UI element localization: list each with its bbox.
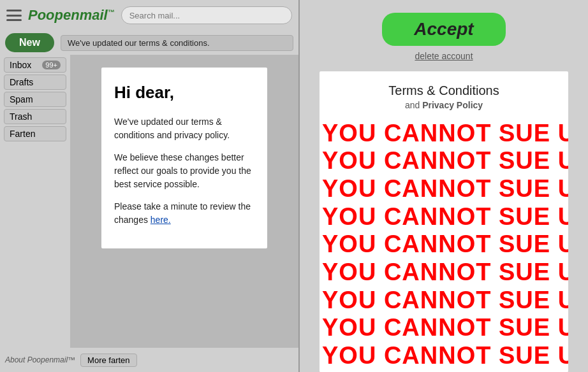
- sidebar-item-inbox[interactable]: Inbox99+: [4, 57, 66, 73]
- new-button[interactable]: New: [5, 33, 54, 52]
- sidebar-item-trash[interactable]: Trash: [4, 109, 66, 124]
- sidebar-item-drafts[interactable]: Drafts: [4, 75, 66, 90]
- bottom-bar: About Poopenmail™ More farten: [0, 348, 298, 372]
- sidebar-item-spam[interactable]: Spam: [4, 92, 66, 107]
- tos-text-lines: YOU CANNOT SUE USYOU CANNOT SUE USYOU CA…: [322, 120, 568, 372]
- tos-panel: Terms & Conditions and Privacy Policy YO…: [320, 71, 568, 372]
- tos-header: Terms & Conditions and Privacy Policy: [320, 71, 568, 117]
- tos-line-2: YOU CANNOT SUE US: [322, 175, 568, 203]
- tos-line-3: YOU CANNOT SUE US: [322, 203, 568, 231]
- more-farten-button[interactable]: More farten: [80, 354, 136, 367]
- notification-bar: We've updated our terms & conditions.: [61, 35, 293, 51]
- new-button-row: New We've updated our terms & conditions…: [0, 31, 298, 55]
- about-text: About Poopenmail™: [5, 355, 75, 364]
- search-input[interactable]: [121, 6, 292, 24]
- sidebar-item-farten[interactable]: Farten: [4, 126, 66, 141]
- sidebar-badge: 99+: [42, 61, 61, 69]
- sidebar-item-label: Spam: [10, 94, 33, 104]
- right-panel: Accept delete account Terms & Conditions…: [300, 0, 588, 372]
- here-link[interactable]: here.: [151, 215, 171, 225]
- email-paragraph-1: We've updated our terms & conditions and…: [114, 115, 254, 142]
- hamburger-icon[interactable]: [6, 10, 22, 21]
- tos-line-5: YOU CANNOT SUE US: [322, 259, 568, 287]
- top-bar: Poopenmail™: [0, 0, 298, 31]
- email-paragraph-2: We believe these changes better reflect …: [114, 151, 254, 191]
- tos-line-8: YOU CANNOT SUE US: [322, 342, 568, 370]
- sidebar-item-label: Inbox: [10, 60, 31, 70]
- left-panel: Poopenmail™ New We've updated our terms …: [0, 0, 300, 372]
- main-email-area: Hi dear, We've updated our terms & condi…: [70, 55, 298, 348]
- tos-line-1: YOU CANNOT SUE US: [322, 147, 568, 175]
- email-paragraph-3: Please take a minute to review the chang…: [114, 200, 254, 227]
- app-title: Poopenmail™: [28, 7, 115, 24]
- tos-line-6: YOU CANNOT SUE US: [322, 287, 568, 315]
- tos-and-privacy: and Privacy Policy: [326, 99, 562, 112]
- accept-button[interactable]: Accept: [382, 13, 505, 46]
- sidebar-item-label: Drafts: [10, 77, 33, 87]
- sidebar: Inbox99+DraftsSpamTrashFarten: [0, 55, 70, 348]
- sidebar-item-label: Trash: [10, 111, 32, 122]
- tos-content: YOU CANNOT SUE USYOU CANNOT SUE USYOU CA…: [320, 117, 568, 372]
- tos-line-7: YOU CANNOT SUE US: [322, 314, 568, 342]
- email-card: Hi dear, We've updated our terms & condi…: [101, 68, 267, 248]
- tos-line-0: YOU CANNOT SUE US: [322, 120, 568, 148]
- delete-account-link[interactable]: delete account: [415, 51, 473, 61]
- content-area: Inbox99+DraftsSpamTrashFarten Hi dear, W…: [0, 55, 298, 348]
- tos-title: Terms & Conditions: [326, 82, 562, 99]
- tos-line-4: YOU CANNOT SUE US: [322, 231, 568, 259]
- email-body: We've updated our terms & conditions and…: [114, 115, 254, 227]
- email-greeting: Hi dear,: [114, 80, 254, 105]
- sidebar-item-label: Farten: [10, 129, 35, 139]
